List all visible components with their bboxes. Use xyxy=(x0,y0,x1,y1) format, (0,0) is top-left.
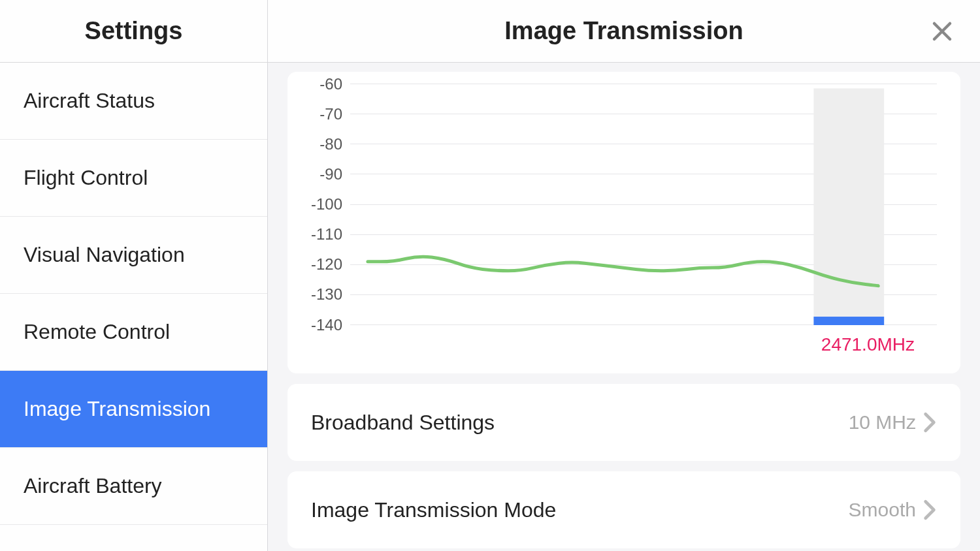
y-tick: -80 xyxy=(311,144,342,144)
chevron-right-icon xyxy=(923,411,937,433)
broadband-value-group: 10 MHz xyxy=(849,411,937,433)
sidebar: Settings Aircraft Status Flight Control … xyxy=(0,0,268,551)
sidebar-item-image-transmission[interactable]: Image Transmission xyxy=(0,371,267,448)
sidebar-item-label: Visual Navigation xyxy=(24,243,185,267)
chart-plot-area xyxy=(350,84,937,325)
content-area: -60 -70 -80 -90 -100 -110 -120 -130 -140 xyxy=(268,63,980,551)
sidebar-item-flight-control[interactable]: Flight Control xyxy=(0,140,267,217)
y-tick: -60 xyxy=(311,84,342,84)
y-tick: -100 xyxy=(311,204,342,205)
sidebar-item-remote-control[interactable]: Remote Control xyxy=(0,294,267,371)
transmission-mode-label: Image Transmission Mode xyxy=(311,498,556,522)
y-tick: -140 xyxy=(311,324,342,325)
selected-frequency-label: 2471.0MHz xyxy=(287,334,960,355)
chevron-right-icon xyxy=(923,499,937,521)
y-tick: -110 xyxy=(311,234,342,235)
y-tick: -130 xyxy=(311,294,342,295)
sidebar-header: Settings xyxy=(0,0,267,63)
signal-chart-card: -60 -70 -80 -90 -100 -110 -120 -130 -140 xyxy=(287,72,960,373)
sidebar-item-aircraft-battery[interactable]: Aircraft Battery xyxy=(0,448,267,525)
y-tick: -120 xyxy=(311,264,342,265)
transmission-mode-row[interactable]: Image Transmission Mode Smooth xyxy=(287,471,960,548)
y-tick: -70 xyxy=(311,114,342,114)
transmission-mode-value: Smooth xyxy=(849,499,916,521)
broadband-settings-row[interactable]: Broadband Settings 10 MHz xyxy=(287,384,960,461)
main-panel: Image Transmission -60 -70 -80 -90 -100 … xyxy=(268,0,980,551)
close-button[interactable] xyxy=(928,17,956,46)
mode-value-group: Smooth xyxy=(849,499,937,521)
close-icon xyxy=(930,20,954,43)
chart-y-axis: -60 -70 -80 -90 -100 -110 -120 -130 -140 xyxy=(311,84,350,325)
sidebar-item-aircraft-status[interactable]: Aircraft Status xyxy=(0,63,267,140)
sidebar-item-label: Aircraft Status xyxy=(24,89,155,113)
chart-svg xyxy=(350,84,937,325)
signal-chart[interactable]: -60 -70 -80 -90 -100 -110 -120 -130 -140 xyxy=(287,84,960,325)
main-header: Image Transmission xyxy=(268,0,980,63)
sidebar-items: Aircraft Status Flight Control Visual Na… xyxy=(0,63,267,525)
broadband-settings-label: Broadband Settings xyxy=(311,411,495,435)
page-title: Image Transmission xyxy=(268,17,980,45)
sidebar-item-label: Image Transmission xyxy=(24,397,210,421)
selected-frequency-bar xyxy=(813,317,884,325)
sidebar-item-label: Aircraft Battery xyxy=(24,474,162,498)
sidebar-item-label: Flight Control xyxy=(24,166,148,190)
sidebar-item-visual-navigation[interactable]: Visual Navigation xyxy=(0,217,267,294)
signal-line xyxy=(368,257,878,286)
broadband-settings-value: 10 MHz xyxy=(849,411,916,433)
sidebar-title: Settings xyxy=(85,17,183,45)
y-tick: -90 xyxy=(311,174,342,174)
sidebar-item-label: Remote Control xyxy=(24,320,170,344)
